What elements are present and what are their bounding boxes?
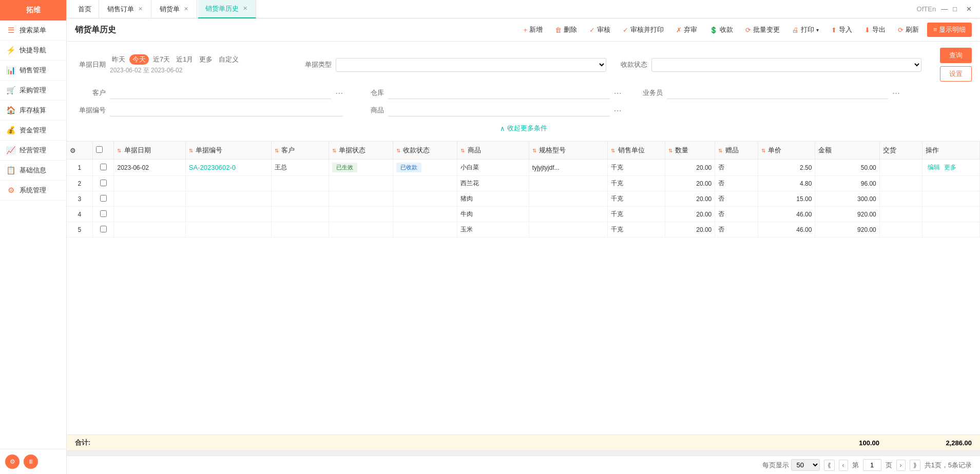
doc-type-select[interactable]	[336, 58, 606, 72]
page-last-btn[interactable]: ⟫	[910, 460, 920, 471]
row-checkbox-0[interactable]	[100, 164, 107, 170]
cell-doc-status-2	[329, 191, 393, 207]
tab-sales-goods-close[interactable]: ✕	[183, 5, 189, 13]
collapse-button[interactable]: ∧ 收起更多条件	[498, 122, 549, 135]
th-unit-price[interactable]: ⇅ 单价	[758, 142, 815, 160]
shortcut-more[interactable]: 更多	[197, 54, 215, 65]
goods-dots[interactable]: ···	[614, 105, 622, 116]
audit-button[interactable]: ✓ 审核	[585, 23, 614, 36]
show-detail-button[interactable]: ≡ 显示明细	[927, 23, 972, 37]
new-button[interactable]: + 新增	[519, 23, 547, 36]
sidebar-item-sys-mgmt[interactable]: ⚙ 系统管理	[0, 181, 66, 201]
tab-sales-order-label: 销售订单	[107, 5, 134, 14]
tab-sales-history-close[interactable]: ✕	[242, 5, 248, 12]
audit-print-button[interactable]: ✓ 审核并打印	[619, 23, 668, 36]
customer-dots[interactable]: ···	[335, 88, 343, 98]
warehouse-dots[interactable]: ···	[614, 88, 622, 98]
sidebar-toggle-btn[interactable]: ⏸	[24, 455, 38, 469]
pagination-bar: 每页显示 50 100 ⟪ ‹ 第 1 页 › ⟫ 共1页，5条记录	[67, 456, 980, 474]
row-checkbox-1[interactable]	[100, 180, 107, 186]
sort-payment-status-icon: ⇅	[396, 148, 400, 153]
page-input[interactable]: 1	[863, 459, 881, 471]
th-gift[interactable]: ⇅ 赠品	[715, 142, 758, 160]
th-doc-status[interactable]: ⇅ 单据状态	[329, 142, 393, 160]
tab-sales-history[interactable]: 销货单历史 ✕	[198, 0, 256, 18]
tab-sales-order[interactable]: 销售订单 ✕	[100, 0, 151, 18]
doc-date-label: 单据日期	[75, 60, 106, 69]
th-action: 操作	[923, 142, 980, 160]
per-page-select[interactable]: 50 100	[791, 459, 820, 471]
th-qty[interactable]: ⇅ 数量	[665, 142, 715, 160]
cell-row-num-4: 5	[67, 222, 92, 238]
footer-label: 合计:	[75, 438, 90, 447]
th-doc-no[interactable]: ⇅ 单据编号	[185, 142, 271, 160]
sidebar-item-purchase-mgmt[interactable]: 🛒 采购管理	[0, 81, 66, 101]
refresh-button[interactable]: ⟳ 刷新	[894, 23, 923, 36]
sidebar-settings-btn[interactable]: ⚙	[5, 455, 20, 469]
print-button[interactable]: 🖨 打印 ▾	[788, 23, 823, 36]
row-checkbox-4[interactable]	[100, 226, 107, 232]
export-button[interactable]: ⬇ 导出	[860, 23, 890, 36]
minimize-icon[interactable]: —	[941, 5, 948, 13]
import-button[interactable]: ⬆ 导入	[827, 23, 856, 36]
batch-change-button[interactable]: ⟳ 批量变更	[741, 23, 784, 36]
collect-button[interactable]: 💲 收款	[705, 23, 737, 36]
delete-button[interactable]: 🗑 删除	[551, 23, 581, 36]
table-body: 12023-06-02SA-20230602-0王总已生效已收款小白菜tyjyj…	[67, 160, 980, 238]
salesperson-input[interactable]	[667, 87, 888, 99]
page-next-btn[interactable]: ›	[896, 460, 906, 471]
sidebar-item-sales-mgmt[interactable]: 📊 销售管理	[0, 61, 66, 81]
salesperson-dots[interactable]: ···	[892, 88, 900, 98]
th-doc-date[interactable]: ⇅ 单据日期	[114, 142, 185, 160]
close-window-icon[interactable]: ✕	[962, 5, 976, 13]
warehouse-input[interactable]	[388, 87, 609, 99]
filter-salesperson: 业务员 ···	[632, 87, 900, 99]
goods-input[interactable]	[388, 104, 609, 116]
cell-sales-unit-3: 千克	[608, 207, 665, 222]
maximize-icon[interactable]: □	[953, 5, 957, 13]
th-payment-status[interactable]: ⇅ 收款状态	[393, 142, 457, 160]
th-sales-unit[interactable]: ⇅ 销售单位	[608, 142, 665, 160]
more-btn-0[interactable]: 更多	[942, 163, 958, 172]
tab-sales-goods[interactable]: 销货单 ✕	[152, 0, 197, 18]
tab-home[interactable]: 首页	[71, 0, 99, 18]
th-goods[interactable]: ⇅ 商品	[457, 142, 529, 160]
sidebar-item-basic-info[interactable]: 📋 基础信息	[0, 161, 66, 181]
page-first-btn[interactable]: ⟪	[824, 460, 835, 471]
sidebar-logo: 拓维	[0, 0, 66, 21]
th-spec[interactable]: ⇅ 规格型号	[529, 142, 607, 160]
payment-status-select[interactable]	[651, 58, 922, 72]
th-gear[interactable]: ⚙	[67, 142, 92, 160]
select-all-checkbox[interactable]	[96, 146, 103, 153]
sidebar-item-search-menu[interactable]: ☰ 搜索菜单	[0, 21, 66, 41]
scroll-bar-area[interactable]	[67, 450, 980, 456]
ops-icon: 📈	[6, 146, 15, 155]
row-checkbox-2[interactable]	[100, 195, 107, 202]
shortcut-today[interactable]: 今天	[129, 54, 149, 65]
query-button[interactable]: 查询	[940, 48, 972, 63]
cell-customer-1	[272, 176, 329, 191]
shortcut-1month[interactable]: 近1月	[174, 54, 195, 65]
doc-no-link-0[interactable]: SA-20230602-0	[189, 164, 236, 171]
row-checkbox-3[interactable]	[100, 210, 107, 217]
shortcut-custom[interactable]: 自定义	[217, 54, 241, 65]
doc-no-input[interactable]	[110, 104, 343, 116]
sidebar-item-quick-nav[interactable]: ⚡ 快捷导航	[0, 41, 66, 61]
cell-goods-2: 猪肉	[457, 191, 529, 207]
edit-btn-0[interactable]: 编辑	[926, 163, 942, 172]
customer-input[interactable]	[110, 87, 331, 99]
shortcut-7days[interactable]: 近7天	[151, 54, 172, 65]
sidebar-item-ops-mgmt[interactable]: 📈 经营管理	[0, 141, 66, 161]
shortcut-yesterday[interactable]: 昨天	[110, 54, 127, 65]
page-prev-btn[interactable]: ‹	[839, 460, 848, 471]
sort-unit-price-icon: ⇅	[761, 148, 765, 153]
abandon-button[interactable]: ✗ 弃审	[672, 23, 701, 36]
filter-settings-button[interactable]: 设置	[940, 66, 972, 82]
sidebar-item-finance-mgmt[interactable]: 💰 资金管理	[0, 121, 66, 141]
sidebar-item-inventory[interactable]: 🏠 库存核算	[0, 101, 66, 121]
data-table: ⚙ ⇅ 单据日期 ⇅ 单据编号	[67, 142, 980, 238]
tab-sales-order-close[interactable]: ✕	[137, 5, 144, 13]
th-customer[interactable]: ⇅ 客户	[272, 142, 329, 160]
sidebar-label-search-menu: 搜索菜单	[20, 26, 46, 35]
gear-icon[interactable]: ⚙	[70, 147, 76, 154]
